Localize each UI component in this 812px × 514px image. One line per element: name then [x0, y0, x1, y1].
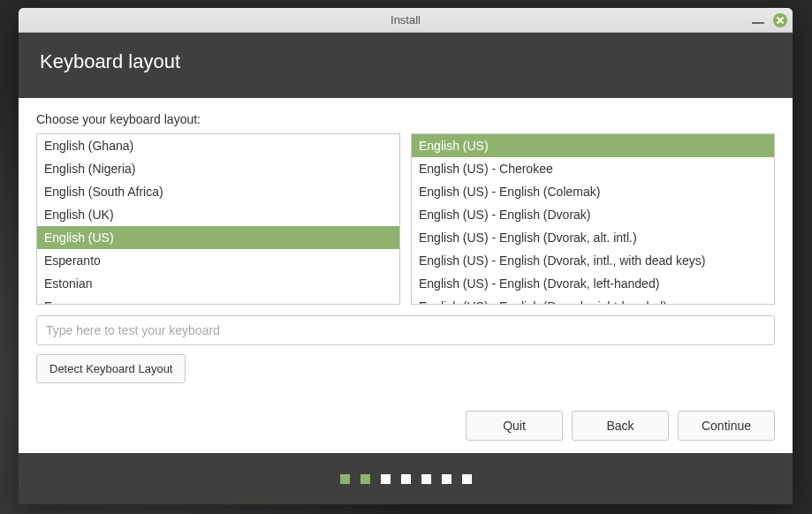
- page-title: Keyboard layout: [40, 50, 180, 72]
- keyboard-test-input[interactable]: [36, 315, 775, 345]
- language-item[interactable]: English (Ghana): [37, 134, 399, 157]
- minimize-icon[interactable]: [752, 22, 764, 24]
- language-item[interactable]: Estonian: [37, 272, 399, 295]
- detect-layout-button[interactable]: Detect Keyboard Layout: [36, 354, 186, 383]
- variant-item[interactable]: English (US): [412, 134, 774, 157]
- variant-item[interactable]: English (US) - English (Dvorak, right-ha…: [412, 295, 774, 305]
- language-item[interactable]: English (Nigeria): [37, 157, 399, 180]
- progress-dot: [360, 474, 370, 484]
- variant-item[interactable]: English (US) - English (Dvorak, left-han…: [412, 272, 774, 295]
- language-item[interactable]: English (UK): [37, 203, 399, 226]
- content-area: Choose your keyboard layout: English (Gh…: [19, 98, 793, 453]
- progress-footer: [19, 453, 793, 504]
- window-title: Install: [19, 13, 793, 26]
- variant-item[interactable]: English (US) - English (Dvorak, intl., w…: [412, 249, 774, 272]
- page-header: Keyboard layout: [19, 33, 793, 98]
- close-icon[interactable]: [773, 13, 787, 27]
- variant-item[interactable]: English (US) - Cherokee: [412, 157, 774, 180]
- progress-dot: [462, 474, 472, 484]
- quit-button[interactable]: Quit: [466, 411, 563, 441]
- nav-buttons: Quit Back Continue: [36, 398, 775, 441]
- language-item[interactable]: English (US): [37, 226, 399, 249]
- progress-dot: [381, 474, 391, 484]
- continue-button[interactable]: Continue: [678, 411, 775, 441]
- variant-item[interactable]: English (US) - English (Dvorak, alt. int…: [412, 226, 774, 249]
- prompt-label: Choose your keyboard layout:: [36, 112, 775, 126]
- progress-dot: [421, 474, 431, 484]
- titlebar: Install: [19, 8, 793, 33]
- progress-dot: [340, 474, 350, 484]
- progress-dot: [442, 474, 452, 484]
- language-listbox[interactable]: English (Ghana)English (Nigeria)English …: [36, 133, 400, 305]
- variant-item[interactable]: English (US) - English (Colemak): [412, 180, 774, 203]
- progress-dot: [401, 474, 411, 484]
- back-button[interactable]: Back: [572, 411, 669, 441]
- language-item[interactable]: Esperanto: [37, 249, 399, 272]
- installer-window: Install Keyboard layout Choose your keyb…: [19, 8, 793, 504]
- variant-listbox[interactable]: English (US)English (US) - CherokeeEngli…: [411, 133, 775, 305]
- variant-item[interactable]: English (US) - English (Dvorak): [412, 203, 774, 226]
- language-item[interactable]: Faroese: [37, 295, 399, 305]
- language-item[interactable]: English (South Africa): [37, 180, 399, 203]
